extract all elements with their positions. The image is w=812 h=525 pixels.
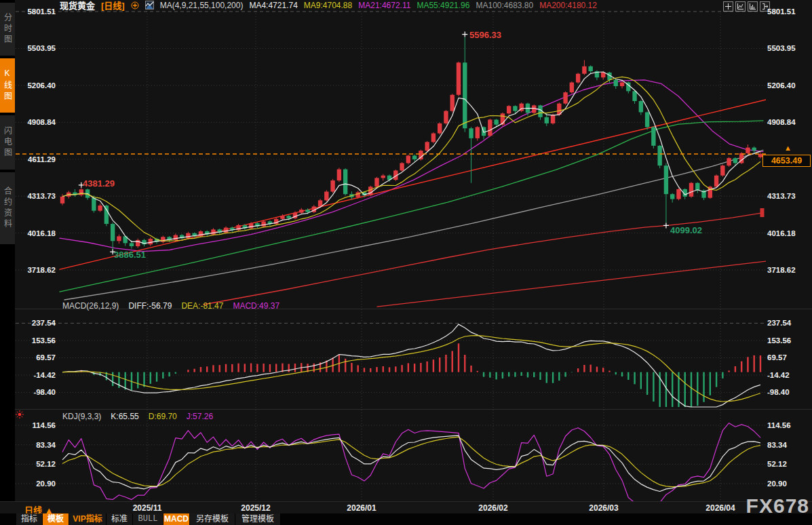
kdj-axis-label: 83.34 — [767, 441, 808, 449]
price-axis-label: 3718.62 — [18, 266, 56, 274]
add-indicator-icon[interactable] — [131, 1, 139, 9]
chart-type-sidebar: 分时图 K线图 闪电图 合约资料 — [0, 0, 15, 525]
sidebar-tab-kline[interactable]: K线图 — [0, 58, 15, 113]
kdj-axis-label: 20.90 — [767, 480, 808, 488]
indicator-toolbar: 指标 模板 VIP指标 标准 BULL MACD 另存模板 管理模板 — [0, 513, 812, 525]
macd-axis-label: -98.40 — [18, 388, 56, 396]
low-annotation: 4099.02 — [670, 225, 702, 235]
sidebar-tab-lightning[interactable]: 闪电图 — [0, 115, 15, 170]
high-annotation: 4381.29 — [83, 178, 115, 189]
sidebar-tab-contract-info[interactable]: 合约资料 — [0, 172, 15, 244]
price-axis-label: 3718.62 — [767, 266, 808, 274]
price-axis-label: 4016.18 — [767, 229, 808, 237]
macd-macd-value: MACD:49.37 — [233, 301, 279, 311]
low-annotation: 3886.51 — [114, 250, 146, 260]
price-axis-label: 4313.73 — [18, 192, 56, 200]
toolbar-tab-vip-indicators[interactable]: VIP指标 — [69, 513, 107, 525]
macd-header: MACD(26,12,9) DIFF:-56.79 DEA:-81.47 MAC… — [62, 301, 279, 311]
price-axis-label: 4611.29 — [18, 155, 56, 163]
price-axis-label: 5503.95 — [767, 44, 808, 52]
trading-chart-app: 分时图 K线图 闪电图 合约资料 现货黄金 [日线] MA(4,9,21,55,… — [0, 0, 812, 525]
kdj-axis-label: 20.90 — [18, 480, 56, 488]
macd-dea-value: DEA:-81.47 — [181, 301, 223, 311]
toolbar-tab-templates[interactable]: 模板 — [43, 513, 69, 525]
kdj-axis-label: 52.12 — [767, 460, 808, 468]
ma-params-label: MA(4,9,21,55,100,200) — [160, 1, 244, 10]
high-annotation: 5596.33 — [469, 30, 501, 40]
toolbar-tab-manage-template[interactable]: 管理模板 — [235, 513, 281, 525]
toolbar-tab-macd[interactable]: MACD — [163, 513, 190, 525]
kdj-k-value: K:65.55 — [111, 412, 138, 421]
toolbar-tab-save-template[interactable]: 另存模板 — [190, 513, 235, 525]
macd-axis-label: 237.54 — [18, 319, 56, 327]
price-axis-label: 5206.40 — [767, 81, 808, 90]
macd-diff-value: DIFF:-56.79 — [128, 301, 172, 311]
date-label: 2026/01 — [347, 503, 376, 513]
macd-axis-label: 237.54 — [767, 319, 808, 327]
indicator-alert-icon[interactable] — [16, 410, 24, 419]
candlestick-chart-canvas[interactable] — [0, 0, 812, 525]
line-chart-icon[interactable] — [735, 1, 746, 12]
ma4-value: MA4:4721.74 — [249, 1, 297, 10]
chart-tool-icons — [723, 1, 770, 12]
ma21-value: MA21:4672.11 — [358, 1, 410, 10]
date-label: 2026/03 — [589, 503, 618, 513]
price-direction-arrow: ▲ — [784, 144, 792, 152]
kdj-j-value: J:57.26 — [187, 412, 213, 421]
macd-axis-label: 153.56 — [767, 336, 808, 345]
date-label: 2026/02 — [478, 503, 507, 513]
price-axis-label: 4908.84 — [18, 118, 56, 126]
ma55-value: MA55:4921.96 — [417, 1, 469, 10]
ma100-value: MA100:4683.80 — [476, 1, 533, 10]
macd-params-label: MACD(26,12,9) — [62, 301, 119, 311]
kdj-axis-label: 114.56 — [18, 421, 56, 429]
kdj-d-value: D:69.70 — [149, 412, 177, 421]
ma200-value: MA200:4180.12 — [539, 1, 597, 10]
date-label: 2025/12 — [241, 503, 270, 513]
price-axis-label: 5801.51 — [18, 7, 56, 16]
macd-axis-label: -14.42 — [18, 371, 56, 379]
macd-axis-label: -14.42 — [767, 371, 808, 379]
period-tag: [日线] — [101, 0, 125, 12]
kdj-axis-label: 52.12 — [18, 460, 56, 468]
macd-axis-label: 69.57 — [767, 353, 808, 362]
kdj-axis-label: 114.56 — [767, 421, 808, 429]
macd-axis-label: -98.40 — [767, 388, 808, 396]
symbol-name: 现货黄金 — [60, 0, 95, 12]
date-label: 2025/11 — [133, 503, 162, 513]
price-axis-label: 5503.95 — [18, 44, 56, 52]
price-axis-label: 5206.40 — [18, 81, 56, 90]
toolbar-tab-indicators[interactable]: 指标 — [16, 513, 43, 525]
price-axis-label: 5801.51 — [767, 7, 808, 16]
kdj-params-label: KDJ(9,3,3) — [62, 412, 101, 421]
macd-axis-label: 153.56 — [18, 336, 56, 345]
kdj-header: KDJ(9,3,3) K:65.55 D:69.70 J:57.26 — [62, 412, 213, 421]
toolbar-tab-bull[interactable]: BULL — [133, 513, 163, 525]
ma-settings-icon[interactable] — [145, 1, 154, 9]
bar-chart-icon[interactable] — [748, 1, 758, 12]
site-watermark: FX678 — [724, 494, 809, 518]
price-axis-label: 4313.73 — [767, 192, 808, 200]
price-axis-label: 4016.18 — [18, 229, 56, 237]
macd-axis-label: 69.57 — [18, 353, 56, 362]
toolbar-tab-standard[interactable]: 标准 — [107, 513, 133, 525]
crosshair-icon[interactable] — [723, 1, 733, 12]
sidebar-tab-timechart[interactable]: 分时图 — [0, 3, 15, 56]
current-price-tag: 4653.49 — [762, 155, 811, 167]
timeline-bar: 日线 ▲ 2025/11 2025/12 2026/01 2026/02 202… — [0, 501, 812, 514]
ma9-value: MA9:4704.88 — [304, 1, 352, 10]
chart-legend-bar: 现货黄金 [日线] MA(4,9,21,55,100,200) MA4:4721… — [60, 0, 597, 10]
price-axis-label: 4908.84 — [767, 118, 808, 126]
kdj-axis-label: 83.34 — [18, 441, 56, 449]
